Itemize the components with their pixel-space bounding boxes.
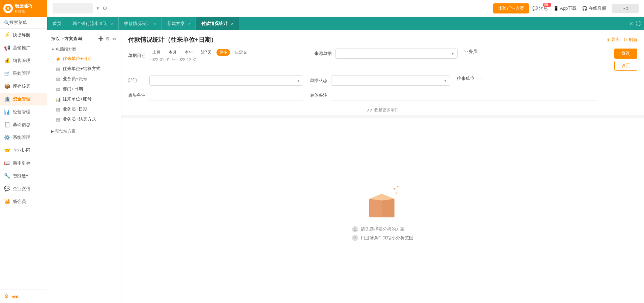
tab-bank-flow[interactable]: 现金银行流水查询 × xyxy=(67,17,119,30)
collapse-panel-icon[interactable]: ≪ xyxy=(112,36,117,41)
settings-icon[interactable]: ⚙ xyxy=(103,5,107,11)
sidebar-item-sales[interactable]: 💰 销售管理 xyxy=(0,54,47,67)
mobile-scheme-label: 移动端方案 xyxy=(55,128,76,134)
user-name: Rit xyxy=(622,6,628,11)
receipt-stats-tab-close[interactable]: × xyxy=(154,22,156,26)
sidebar-item-finance[interactable]: 🏦 资金管理 xyxy=(0,93,47,105)
mobile-scheme-group-title[interactable]: ▶ 移动端方案 xyxy=(47,127,121,135)
maximize-icon[interactable]: ⛶ xyxy=(636,21,641,26)
pc-scheme-group-title[interactable]: ▼ 电脑端方案 xyxy=(47,45,121,54)
empty-state: 1 请先选择要分析的方案 2 用过滤条件来缩小分析范围 xyxy=(121,118,644,303)
customer-service-label: 在线客服 xyxy=(589,5,606,11)
collapse-filters-button[interactable]: ∧∧ 收起更多条件 xyxy=(128,105,637,115)
filter-doc-status: 单据状态 ▼ xyxy=(310,75,450,86)
scheme-staff-account[interactable]: ▦ 业务员+账号 xyxy=(47,74,121,84)
home-tab-label: 首页 xyxy=(53,21,61,27)
notifications-badge: 99+ xyxy=(543,3,551,7)
new-scheme-tab-close[interactable]: × xyxy=(188,22,190,26)
sidebar-item-purchase[interactable]: 🛒 采购管理 xyxy=(0,67,47,80)
add-scheme-icon[interactable]: ➕ xyxy=(98,36,104,41)
body-note-input[interactable] xyxy=(331,90,597,100)
trial-button[interactable]: 体验行业方案 xyxy=(493,3,529,13)
logo-sub: 标准版 xyxy=(15,9,32,14)
export-label: 导出 xyxy=(611,37,620,43)
sidebar-item-weixin[interactable]: 💬 企业微信 xyxy=(0,182,47,195)
search-menu-item[interactable]: 🔍 搜索菜单 xyxy=(0,17,47,29)
sidebar-item-basic-info[interactable]: 📋 基础信息 xyxy=(0,118,47,131)
bank-flow-tab-close[interactable]: × xyxy=(111,22,113,26)
sidebar-item-label: 智能硬件 xyxy=(13,173,30,179)
export-button[interactable]: ⬆ 导出 xyxy=(606,37,620,43)
date-last-7days[interactable]: 近7天 xyxy=(198,49,214,56)
date-options: 上月 本月 本年 近7天 更多 自定义 2022-01-01 至 2022-12… xyxy=(149,49,250,63)
tab-home[interactable]: 首页 xyxy=(47,17,67,30)
date-custom[interactable]: 自定义 xyxy=(232,49,250,56)
top-header: ▼ ⚙ 体验行业方案 💬 消息 99+ 📱 App下载 🎧 在线客服 Rit xyxy=(47,0,644,17)
scheme-dept-date[interactable]: ▦ 部门+日期 xyxy=(47,84,121,94)
sidebar-item-inventory[interactable]: 📦 库存核算 xyxy=(0,80,47,93)
tab-bar: 首页 现金银行流水查询 × 收款情况统计 × 新建方案 × 付款情况统计 × ✕… xyxy=(47,17,644,30)
source-select[interactable]: ▼ xyxy=(335,49,458,59)
partner-dots-icon[interactable]: ··· xyxy=(478,76,484,81)
sidebar-item-member[interactable]: 👑 畅会员 xyxy=(0,195,47,208)
dept-select[interactable]: ▼ xyxy=(149,75,303,86)
tab-new-scheme[interactable]: 新建方案 × xyxy=(162,17,196,30)
operations-icon: 📊 xyxy=(4,109,10,115)
staff-dots-icon[interactable]: ··· xyxy=(486,49,492,54)
scheme-staff-settle[interactable]: ▦ 业务员+结算方式 xyxy=(47,114,121,124)
sidebar-item-quick-nav[interactable]: ⚡ 快捷导航 xyxy=(0,29,47,41)
svg-marker-4 xyxy=(369,199,382,217)
scheme-unit-settle[interactable]: ▦ 往来单位+结算方式 xyxy=(47,64,121,74)
filter-row-3: 表头备注 表体备注 xyxy=(128,90,637,100)
notifications-button[interactable]: 💬 消息 99+ xyxy=(532,5,548,11)
date-this-year[interactable]: 本年 xyxy=(182,49,196,56)
sidebar-item-label: 销售管理 xyxy=(13,58,30,64)
scheme-staff-date[interactable]: ▦ 业务员+日期 xyxy=(47,104,121,114)
payment-stats-tab-close[interactable]: × xyxy=(231,22,233,26)
user-selector[interactable] xyxy=(53,3,93,13)
close-window-icon[interactable]: ✕ xyxy=(629,21,633,26)
dept-label: 部门 xyxy=(128,78,147,84)
scheme-unit-account[interactable]: 📊 往来单位+账号 xyxy=(47,94,121,104)
header-note-label: 表头备注 xyxy=(128,92,147,98)
date-this-month[interactable]: 本月 xyxy=(166,49,180,56)
header-note-input[interactable] xyxy=(149,90,303,100)
date-more[interactable]: 更多 xyxy=(216,49,230,56)
customer-service-button[interactable]: 🎧 在线客服 xyxy=(582,5,606,11)
sidebar-item-marketing[interactable]: 📢 营销推广 xyxy=(0,41,47,54)
chevron-down-icon[interactable]: ▼ xyxy=(96,6,100,11)
dept-date-icon: ▦ xyxy=(55,86,61,92)
sidebar-item-system[interactable]: ⚙️ 系统管理 xyxy=(0,131,47,144)
filter-row-1: 单据日期 上月 本月 本年 近7天 更多 自定义 2022-01-01 至 20… xyxy=(128,49,637,71)
sidebar-item-label: 库存核算 xyxy=(13,83,30,89)
scheme-unit-date[interactable]: ◉ 往来单位+日期 xyxy=(47,54,121,64)
unit-date-icon: ◉ xyxy=(55,56,61,61)
app-download-button[interactable]: 📱 App下载 xyxy=(553,5,577,11)
guide-icon: 📖 xyxy=(4,160,10,166)
sidebar-item-guide[interactable]: 📖 新手引导 xyxy=(0,157,47,170)
query-button[interactable]: 查询 xyxy=(614,49,637,59)
tab-receipt-stats[interactable]: 收款情况统计 × xyxy=(119,17,162,30)
date-range-text: 2022-01-01 至 2022-12-31 xyxy=(149,57,250,63)
settings-button[interactable]: 设置 xyxy=(614,61,637,71)
system-icon: ⚙️ xyxy=(4,134,10,141)
date-last-month[interactable]: 上月 xyxy=(149,49,164,56)
panel-icons: ➕ ⚙ ≪ xyxy=(98,36,117,41)
sidebar-item-operations[interactable]: 📊 经营管理 xyxy=(0,105,47,118)
receipt-stats-tab-label: 收款情况统计 xyxy=(124,21,150,27)
body-note-label: 表体备注 xyxy=(310,92,328,98)
right-content: 付款情况统计（往来单位+日期） ⬆ 导出 ↻ 刷新 xyxy=(121,30,644,303)
settings-scheme-icon[interactable]: ⚙ xyxy=(106,36,110,41)
collapse-sidebar-icon[interactable]: ◀◀ xyxy=(11,294,18,299)
settings-bottom-icon[interactable]: ⚙ xyxy=(4,293,9,300)
filter-row-2: 部门 ▼ 单据状态 ▼ 往来单位 xyxy=(128,75,637,86)
svg-text:6: 6 xyxy=(7,7,9,10)
staff-settle-icon: ▦ xyxy=(55,117,61,122)
sidebar-item-enterprise[interactable]: 🤝 企业协同 xyxy=(0,144,47,157)
sidebar-item-hardware[interactable]: 🔧 智能硬件 xyxy=(0,170,47,182)
doc-status-select[interactable]: ▼ xyxy=(331,75,450,86)
user-avatar[interactable]: Rit xyxy=(612,4,639,13)
empty-svg xyxy=(362,180,403,221)
refresh-button[interactable]: ↻ 刷新 xyxy=(623,37,637,43)
tab-payment-stats[interactable]: 付款情况统计 × xyxy=(196,17,239,30)
